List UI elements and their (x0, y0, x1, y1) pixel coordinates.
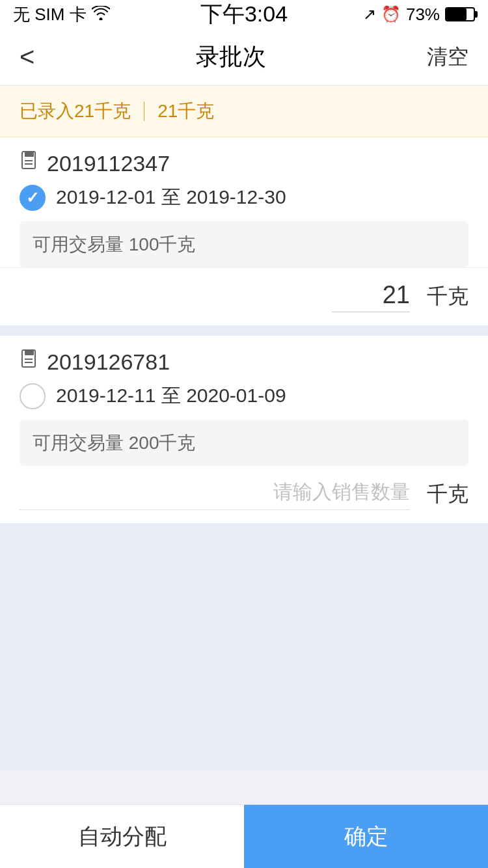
batch-2-section: 2019126781 2019-12-11 至 2020-01-09 可用交易量… (0, 336, 488, 523)
summary-divider (144, 102, 144, 121)
batch-1-date: 2019-12-01 至 2019-12-30 (56, 184, 286, 211)
batch-2-date: 2019-12-11 至 2020-01-09 (56, 383, 286, 409)
status-left: 无 SIM 卡 (13, 3, 110, 26)
batch-1-date-row[interactable]: 2019-12-01 至 2019-12-30 (20, 184, 468, 211)
batch-1-icon (20, 150, 40, 176)
wifi-icon (92, 5, 110, 25)
battery-icon (445, 7, 475, 21)
batch-2-radio[interactable] (20, 383, 46, 409)
batch-1-section: 2019112347 2019-12-01 至 2019-12-30 可用交易量… (0, 137, 488, 325)
section-divider-1 (0, 325, 488, 336)
batch-1-quantity-row: 21 千克 (0, 267, 488, 325)
auto-distribute-button[interactable]: 自动分配 (0, 805, 244, 868)
batch-2-input-unit: 千克 (427, 480, 468, 509)
status-right: ↗ ⏰ 73% (363, 5, 475, 25)
batch-1-radio[interactable] (20, 185, 46, 211)
alarm-icon: ⏰ (381, 5, 401, 23)
summary-banner: 已录入21千克 21千克 (0, 86, 488, 137)
batch-1-avail-box: 可用交易量 100千克 (20, 221, 468, 267)
batch-2-input-wrapper[interactable]: 请输入销售数量 (20, 479, 410, 510)
svg-rect-1 (25, 152, 34, 157)
batch-1-item: 2019112347 2019-12-01 至 2019-12-30 可用交易量… (0, 137, 488, 267)
status-time: 下午3:04 (200, 0, 288, 29)
batch-1-quantity-value[interactable]: 21 (383, 281, 410, 309)
batch-2-avail-box: 可用交易量 200千克 (20, 420, 468, 466)
confirm-button[interactable]: 确定 (244, 805, 488, 868)
batch-1-quantity-wrapper: 21 (332, 281, 410, 312)
batch-2-item: 2019126781 2019-12-11 至 2020-01-09 可用交易量… (0, 336, 488, 466)
battery-percent: 73% (406, 5, 440, 25)
batch-2-header: 2019126781 (20, 349, 468, 375)
recorded-label: 已录入21千克 (20, 99, 131, 124)
location-icon: ↗ (363, 5, 376, 23)
clear-button[interactable]: 清空 (427, 43, 468, 72)
batch-2-avail-text: 可用交易量 200千克 (33, 433, 196, 453)
batch-1-header: 2019112347 (20, 150, 468, 176)
batch-1-quantity-unit: 千克 (427, 282, 468, 311)
empty-content-area (0, 523, 488, 770)
batch-2-icon (20, 349, 40, 375)
summary-value: 21千克 (157, 99, 214, 124)
page-title: 录批次 (196, 41, 266, 73)
batch-2-input-row: 请输入销售数量 千克 (0, 466, 488, 523)
carrier-text: 无 SIM 卡 (13, 3, 87, 26)
batch-1-avail-text: 可用交易量 100千克 (33, 234, 196, 254)
batch-2-id: 2019126781 (47, 349, 170, 375)
batch-1-id: 2019112347 (47, 151, 170, 176)
bottom-bar: 自动分配 确定 (0, 804, 488, 868)
batch-2-date-row[interactable]: 2019-12-11 至 2020-01-09 (20, 383, 468, 409)
svg-rect-5 (25, 350, 34, 355)
nav-bar: < 录批次 清空 (0, 29, 488, 86)
batch-2-input-placeholder[interactable]: 请输入销售数量 (273, 479, 410, 506)
status-bar: 无 SIM 卡 下午3:04 ↗ ⏰ 73% (0, 0, 488, 29)
back-button[interactable]: < (20, 42, 34, 72)
